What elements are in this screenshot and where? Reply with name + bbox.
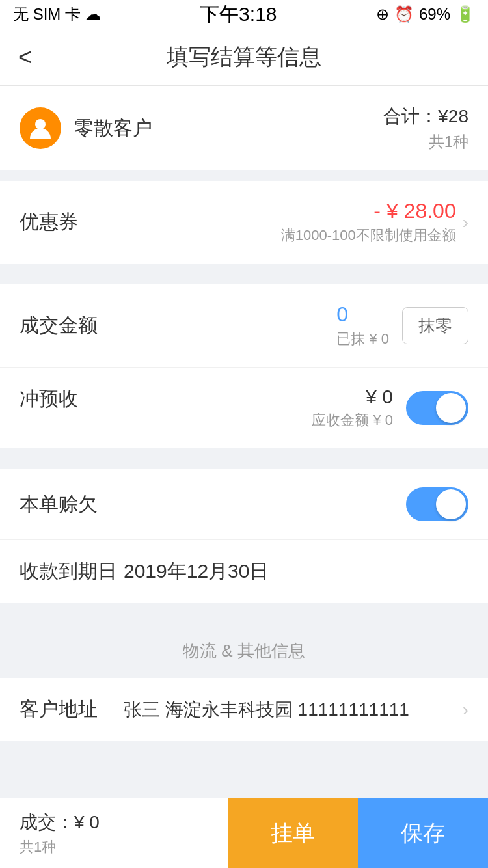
nav-bar: < 填写结算等信息 xyxy=(0,29,488,86)
svg-point-0 xyxy=(35,119,46,129)
transaction-right: 0 已抹 ¥ 0 抹零 xyxy=(336,303,468,349)
customer-total: 合计：¥28 xyxy=(383,104,468,129)
customer-section: 零散客户 合计：¥28 共1种 xyxy=(0,86,488,170)
separator-line-right xyxy=(318,651,475,651)
deferred-label: 本单赊欠 xyxy=(20,491,98,518)
transaction-sub: 已抹 ¥ 0 xyxy=(336,329,389,349)
coupon-desc: 满1000-100不限制使用金额 xyxy=(281,226,456,245)
prepayment-right: ¥ 0 应收金额 ¥ 0 xyxy=(312,386,468,430)
transaction-section: 成交金额 0 已抹 ¥ 0 抹零 冲预收 ¥ 0 应收金额 ¥ 0 xyxy=(0,284,488,448)
address-row[interactable]: 客户地址 张三 海淀永丰科技园 11111111111 › xyxy=(0,678,488,741)
prepayment-label: 冲预收 xyxy=(20,386,78,413)
address-label: 客户地址 xyxy=(20,696,124,723)
status-bar: 无 SIM 卡 ☁ 下午3:18 ⊕ ⏰ 69% 🔋 xyxy=(0,0,488,29)
location-icon: ⊕ xyxy=(376,5,389,23)
deferred-toggle[interactable] xyxy=(406,487,468,521)
address-value: 张三 海淀永丰科技园 11111111111 xyxy=(124,698,456,722)
section-divider-2 xyxy=(0,459,488,469)
address-chevron-icon: › xyxy=(463,699,468,720)
toggle-knob xyxy=(436,393,466,423)
page-title: 填写结算等信息 xyxy=(167,42,321,72)
customer-summary: 合计：¥28 共1种 xyxy=(383,104,468,152)
bottom-trade-value: ¥ 0 xyxy=(74,812,100,832)
due-date-row: 收款到期日 2019年12月30日 xyxy=(0,540,488,603)
back-button[interactable]: < xyxy=(18,44,32,71)
prepayment-row: 冲预收 ¥ 0 应收金额 ¥ 0 xyxy=(0,368,488,448)
bottom-trade-amount: 成交：¥ 0 xyxy=(20,810,208,835)
transaction-amount-row: 成交金额 0 已抹 ¥ 0 抹零 xyxy=(0,284,488,368)
save-button[interactable]: 保存 xyxy=(358,798,488,869)
deferred-section: 本单赊欠 收款到期日 2019年12月30日 xyxy=(0,469,488,603)
section-divider-3 xyxy=(0,614,488,624)
transaction-label: 成交金额 xyxy=(20,312,98,339)
coupon-discount: - ¥ 28.00 xyxy=(281,199,456,223)
user-icon xyxy=(27,115,53,141)
customer-count: 共1种 xyxy=(383,131,468,152)
status-right: ⊕ ⏰ 69% 🔋 xyxy=(376,5,475,23)
bottom-trade-label: 成交： xyxy=(20,812,74,832)
transaction-value: 0 xyxy=(336,303,389,327)
section-divider-1 xyxy=(0,274,488,284)
address-section: 客户地址 张三 海淀永丰科技园 11111111111 › xyxy=(0,678,488,741)
customer-left: 零散客户 xyxy=(20,107,152,149)
alarm-icon: ⏰ xyxy=(394,5,414,23)
sim-status: 无 SIM 卡 ☁ xyxy=(13,4,101,25)
round-button[interactable]: 抹零 xyxy=(402,307,468,344)
prepayment-amount: ¥ 0 xyxy=(312,386,393,408)
transaction-amount-block: 0 已抹 ¥ 0 xyxy=(336,303,389,349)
prepayment-amount-block: ¥ 0 应收金额 ¥ 0 xyxy=(312,386,393,430)
deferred-row: 本单赊欠 xyxy=(0,469,488,540)
status-time: 下午3:18 xyxy=(200,1,277,28)
due-date-value: 2019年12月30日 xyxy=(124,558,269,585)
coupon-chevron-icon: › xyxy=(463,212,468,233)
coupon-right: - ¥ 28.00 满1000-100不限制使用金额 › xyxy=(281,199,468,245)
battery-icon: 🔋 xyxy=(455,5,475,23)
bottom-count: 共1种 xyxy=(20,837,208,857)
prepayment-toggle[interactable] xyxy=(406,391,468,425)
status-left: 无 SIM 卡 ☁ xyxy=(13,4,101,25)
pending-button[interactable]: 挂单 xyxy=(228,798,358,869)
due-date-label: 收款到期日 xyxy=(20,558,124,585)
deferred-toggle-knob xyxy=(436,489,466,519)
coupon-info: - ¥ 28.00 满1000-100不限制使用金额 xyxy=(281,199,456,245)
customer-name: 零散客户 xyxy=(74,115,152,142)
battery-status: 69% xyxy=(419,5,450,23)
separator-line-left xyxy=(13,651,170,651)
coupon-row[interactable]: 优惠券 - ¥ 28.00 满1000-100不限制使用金额 › xyxy=(0,181,488,264)
bottom-info: 成交：¥ 0 共1种 xyxy=(0,810,228,857)
customer-avatar xyxy=(20,107,61,149)
logistics-label: 物流 & 其他信息 xyxy=(183,640,305,662)
bottom-bar: 成交：¥ 0 共1种 挂单 保存 xyxy=(0,798,488,868)
logistics-separator: 物流 & 其他信息 xyxy=(0,624,488,678)
content-area: 零散客户 合计：¥28 共1种 优惠券 - ¥ 28.00 满1000-100不… xyxy=(0,86,488,819)
coupon-label: 优惠券 xyxy=(20,209,78,236)
prepayment-receivable: 应收金额 ¥ 0 xyxy=(312,411,393,430)
